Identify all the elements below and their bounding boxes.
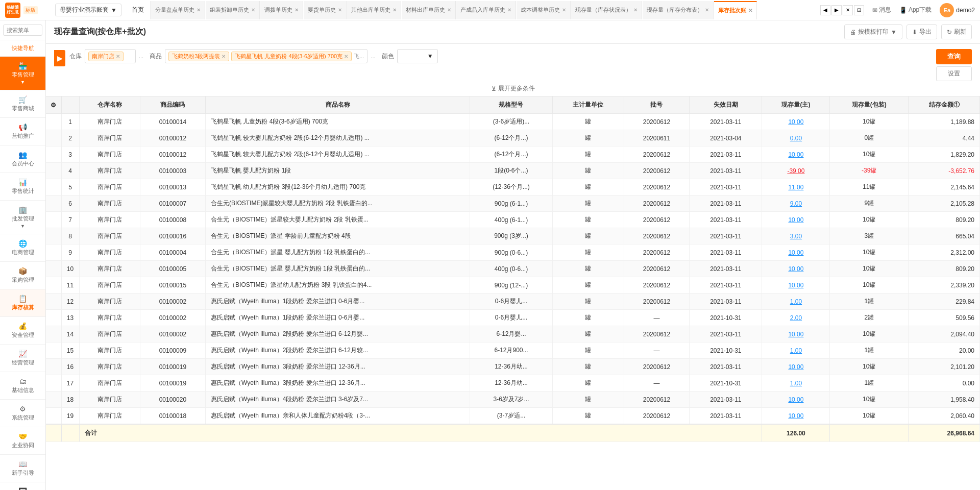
sidebar-item-members[interactable]: 👥 会员中心 [0, 145, 45, 173]
app-download-link[interactable]: 📱 App下载 [899, 6, 932, 14]
sidebar-item-retail-shop[interactable]: 🛒 零售商城 [0, 90, 45, 118]
row-qty-main[interactable]: 10.00 [762, 408, 830, 425]
user-avatar[interactable]: Ea demo2 [940, 3, 975, 17]
row-settings-cell [46, 244, 61, 261]
quick-nav[interactable]: 快捷导航 [0, 40, 45, 57]
row-qty-main[interactable]: 9.00 [762, 195, 830, 212]
close-icon[interactable]: ✕ [197, 7, 201, 13]
row-qty-main[interactable]: 10.00 [762, 244, 830, 261]
workspace-dropdown[interactable]: 母婴行业演示账套 ▼ [55, 4, 121, 16]
tab-close-button[interactable]: ✕ [843, 5, 853, 15]
sidebar-item-inventory[interactable]: 📋 库存核算 [0, 289, 45, 317]
expand-panel-button[interactable]: ▶ [54, 50, 65, 66]
sidebar-item-ecommerce[interactable]: 🌐 电商管理 [0, 234, 45, 262]
search-menu-input[interactable] [3, 24, 42, 36]
sidebar-item-retail-stats[interactable]: 📊 零售统计 [0, 173, 45, 201]
tab-next-button[interactable]: ▶ [831, 5, 842, 15]
warehouse-more[interactable]: ... [139, 53, 143, 59]
inventory-icon: 📋 [18, 295, 27, 303]
row-qty-main[interactable]: 3.00 [762, 228, 830, 244]
nav-tab-10[interactable]: 现存量（库存分布表）✕ [643, 1, 714, 19]
sidebar-item-marketing[interactable]: 📢 营销推广 [0, 118, 45, 145]
nav-tab-3[interactable]: 调拨单历史✕ [260, 1, 303, 19]
sidebar-item-guide[interactable]: 📖 新手引导 [0, 455, 45, 482]
row-qty-main[interactable]: 10.00 [762, 212, 830, 228]
row-qty-main[interactable]: 11.00 [762, 179, 830, 195]
row-spec: (3-7岁适... [470, 408, 553, 425]
sidebar-item-retail-mgmt[interactable]: 🏪 零售管理 ▼ [0, 57, 45, 90]
product-more[interactable]: ... [371, 53, 375, 59]
close-icon[interactable]: ✕ [295, 7, 299, 13]
tag-remove-icon[interactable]: ✕ [344, 54, 348, 59]
tag-remove-icon[interactable]: ✕ [116, 54, 120, 59]
row-qty-main[interactable]: 1.00 [762, 342, 830, 359]
close-icon[interactable]: ✕ [633, 7, 638, 13]
row-amount: 2,094.40 [909, 326, 980, 342]
nav-tab-active[interactable]: 库存批次账✕ [714, 1, 757, 19]
nav-tab-5[interactable]: 其他出库单历史✕ [347, 1, 401, 19]
close-icon[interactable]: ✕ [251, 7, 255, 13]
close-icon[interactable]: ✕ [748, 8, 752, 13]
nav-tab-home[interactable]: 首页 [126, 1, 151, 19]
nav-tab-9[interactable]: 现存量（库存状况表）✕ [571, 1, 642, 19]
close-icon[interactable]: ✕ [338, 7, 342, 13]
row-spec: 900g (0-6...) [470, 244, 553, 261]
row-qty-main[interactable]: 1.00 [762, 293, 830, 310]
row-qty-main[interactable]: -39.00 [762, 163, 830, 179]
query-button[interactable]: 查询 [936, 49, 972, 64]
settings-button[interactable]: 设置 [936, 66, 972, 81]
col-settings[interactable]: ⚙ [46, 96, 61, 114]
row-batch: 20200612 [624, 146, 689, 163]
row-qty-main[interactable]: 10.00 [762, 277, 830, 293]
nav-tab-4[interactable]: 要货单历史✕ [304, 1, 347, 19]
sidebar-item-purchase[interactable]: 📦 采购管理 [0, 262, 45, 289]
print-button[interactable]: 🖨 按模板打印 ▼ [844, 24, 902, 39]
sidebar-item-operations[interactable]: 📈 经营管理 [0, 345, 45, 372]
row-qty-pkg: 9罐 [830, 195, 909, 212]
messages-link[interactable]: ✉ 消息 [872, 6, 891, 14]
tag-remove-icon[interactable]: ✕ [222, 54, 226, 59]
tab-expand-button[interactable]: ⊡ [854, 5, 864, 15]
color-select[interactable]: ▼ [397, 49, 438, 63]
row-qty-main[interactable]: 2.00 [762, 310, 830, 326]
row-qty-main[interactable]: 10.00 [762, 114, 830, 130]
sidebar-item-enterprise[interactable]: 🤝 企业协同 [0, 427, 45, 455]
nav-tab-7[interactable]: 产成品入库单历史✕ [456, 1, 516, 19]
sidebar-item-basic-info[interactable]: 🗂 基础信息 [0, 372, 45, 400]
close-icon[interactable]: ✕ [562, 7, 566, 13]
row-qty-main[interactable]: 10.00 [762, 326, 830, 342]
row-warehouse: 南岸门店 [79, 114, 140, 130]
close-icon[interactable]: ✕ [447, 7, 451, 13]
close-icon[interactable]: ✕ [705, 7, 709, 13]
row-spec: (6-12个月...) [470, 130, 553, 146]
nav-tab-1[interactable]: 分量盘点单历史✕ [151, 1, 205, 19]
row-qty-main[interactable]: 10.00 [762, 391, 830, 408]
warehouse-tag-group[interactable]: 南岸门店 ✕ [85, 49, 136, 63]
sidebar-item-system[interactable]: ⚙ 系统管理 [0, 400, 45, 427]
nav-tab-6[interactable]: 材料出库单历史✕ [402, 1, 456, 19]
export-button[interactable]: ⬇ 导出 [906, 24, 937, 39]
col-code: 商品编码 [140, 96, 205, 114]
sidebar-item-finance[interactable]: 💰 资金管理 [0, 317, 45, 345]
color-label: 颜色 [382, 52, 394, 61]
row-spec: (6-12个月...) [470, 146, 553, 163]
nav-tab-8[interactable]: 成本调整单历史✕ [517, 1, 571, 19]
row-qty-main[interactable]: 10.00 [762, 359, 830, 375]
close-icon[interactable]: ✕ [393, 7, 397, 13]
refresh-button[interactable]: ↻ 刷新 [941, 24, 972, 39]
sidebar-item-wholesale[interactable]: 🏢 批发管理 ▼ [0, 201, 45, 234]
row-qty-main[interactable]: 10.00 [762, 261, 830, 277]
row-code: 00100016 [140, 228, 205, 244]
row-spec: 900g (6-1...) [470, 195, 553, 212]
row-qty-main[interactable]: 10.00 [762, 146, 830, 163]
row-qty-main[interactable]: 1.00 [762, 375, 830, 391]
product-tag-group[interactable]: 飞鹤奶粉3段两提装 ✕ 飞鹤星飞帆 儿童奶粉 4段(3-6岁适用) 700克 ✕… [165, 49, 368, 63]
row-qty-main[interactable]: 0.00 [762, 130, 830, 146]
logo-icon: 畅捷通好生意 [5, 3, 20, 18]
row-seq: 13 [61, 310, 79, 326]
nav-tab-2[interactable]: 组装拆卸单历史✕ [206, 1, 260, 19]
sidebar-item-app-center[interactable]: 🔲 应用中心 [0, 482, 45, 490]
expand-more-conditions[interactable]: ⊻ 展开更多条件 [54, 84, 972, 93]
tab-prev-button[interactable]: ◀ [820, 5, 830, 15]
close-icon[interactable]: ✕ [507, 7, 511, 13]
